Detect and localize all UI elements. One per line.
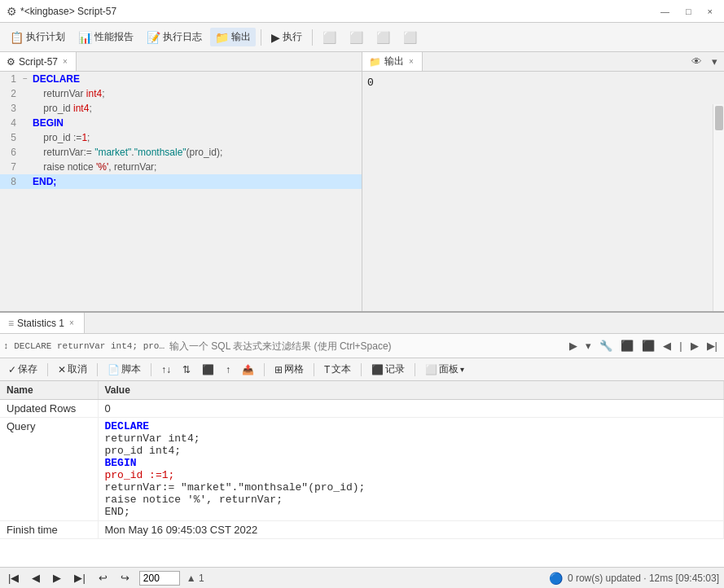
redo-button[interactable]: ↪ xyxy=(117,570,133,586)
cancel-action-label: 取消 xyxy=(68,362,87,376)
col-header-value: Value xyxy=(98,381,724,400)
filter-btn-2[interactable]: ⬛ xyxy=(617,338,637,353)
text-button[interactable]: T 文本 xyxy=(321,361,354,378)
nav-end-btn[interactable]: ▶| xyxy=(704,338,721,353)
record-button[interactable]: ⬛ 记录 xyxy=(368,361,408,378)
nav-next-page-button[interactable]: ▶ xyxy=(50,570,64,586)
perf-report-button[interactable]: 📊 性能报告 xyxy=(73,28,138,46)
nav-next-btn[interactable]: ▶ xyxy=(687,338,702,353)
line-expand-3 xyxy=(23,101,33,116)
execute-label: 执行 xyxy=(283,30,302,44)
script-action-button[interactable]: 📄 脚本 xyxy=(104,361,144,378)
rows-info-text: 0 row(s) updated · 12ms [09:45:03] xyxy=(568,573,719,584)
line-content-7: raise notice '%', returnVar; xyxy=(33,160,362,174)
editor-tab-close[interactable]: × xyxy=(61,56,69,67)
filter-btn-3[interactable]: ⬛ xyxy=(638,338,658,353)
panel-icon: ⬜ xyxy=(425,364,437,375)
statistics-panel: ≡ Statistics 1 × ↕ DECLARE returnVar int… xyxy=(0,311,724,588)
row-value-updated: 0 xyxy=(98,400,724,418)
action-div-6 xyxy=(361,363,362,376)
tool-btn-4[interactable]: ⬜ xyxy=(398,29,422,46)
panel-button[interactable]: ⬜ 面板 ▾ xyxy=(422,361,467,378)
stats-tab-close[interactable]: × xyxy=(68,318,76,328)
output-header: 📁 输出 × 👁 ▾ xyxy=(362,52,724,72)
perf-report-label: 性能报告 xyxy=(94,30,134,44)
filter-input[interactable] xyxy=(169,340,563,352)
output-label: 输出 xyxy=(231,30,251,44)
output-button[interactable]: 📁 输出 xyxy=(210,28,256,46)
query-line-1: returnVar int4; xyxy=(105,432,717,445)
nav-last-button[interactable]: ▶| xyxy=(71,570,88,586)
editor-tab[interactable]: ⚙ Script-57 × xyxy=(0,52,77,71)
script-icon: 📄 xyxy=(108,364,120,375)
save-check-icon: ✓ xyxy=(8,364,16,375)
status-right: 🔵 0 row(s) updated · 12ms [09:45:03] xyxy=(549,572,719,585)
exec-log-button[interactable]: 📝 执行日志 xyxy=(142,28,207,46)
statistics-tab[interactable]: ≡ Statistics 1 × xyxy=(0,313,85,333)
save-action-button[interactable]: ✓ 保存 xyxy=(5,361,41,378)
output-tab[interactable]: 📁 输出 × xyxy=(362,52,423,71)
grid-label: 网格 xyxy=(284,362,304,376)
tool-btn-3[interactable]: ⬜ xyxy=(371,29,395,46)
action-btn-arr2[interactable]: ⇅ xyxy=(179,362,194,377)
row-value-finish: Mon May 16 09:45:03 CST 2022 xyxy=(98,521,724,539)
line-expand-6 xyxy=(23,145,33,160)
table-row: Query DECLARE returnVar int4; pro_id int… xyxy=(0,418,724,521)
exec-plan-button[interactable]: 📋 执行计划 xyxy=(5,28,70,46)
run-filter-button[interactable]: ▶ xyxy=(566,338,581,353)
line-expand-8 xyxy=(23,174,33,189)
line-num-5: 5 xyxy=(0,130,23,145)
tool-btn-1[interactable]: ⬜ xyxy=(318,29,341,46)
output-tab-close[interactable]: × xyxy=(407,56,415,67)
filter-dropdown-button[interactable]: ▾ xyxy=(582,338,595,353)
filter-btn-1[interactable]: 🔧 xyxy=(596,338,616,353)
code-line-7: 7 raise notice '%', returnVar; xyxy=(0,160,362,174)
undo-button[interactable]: ↩ xyxy=(95,570,111,586)
nav-prev-btn[interactable]: ◀ xyxy=(660,338,674,353)
action-btn-arr5[interactable]: 📤 xyxy=(239,362,257,377)
cancel-action-button[interactable]: ✕ 取消 xyxy=(55,361,90,378)
chevron-down-button[interactable]: ▾ xyxy=(709,54,721,69)
panel-label: 面板 xyxy=(439,362,459,376)
action-div-2 xyxy=(97,363,98,376)
output-controls: 👁 ▾ xyxy=(685,52,724,71)
tool-btn-2[interactable]: ⬜ xyxy=(344,29,368,46)
col-header-name: Name xyxy=(0,381,98,400)
action-btn-arr3[interactable]: ⬛ xyxy=(199,362,217,377)
action-div-1 xyxy=(47,363,48,376)
action-btn-arr4[interactable]: ↑ xyxy=(222,362,234,377)
row-value-query: DECLARE returnVar int4; pro_id int4; BEG… xyxy=(98,418,724,521)
cancel-icon: ✕ xyxy=(58,364,66,375)
output-scroll-thumb[interactable] xyxy=(715,106,723,130)
exec-log-icon: 📝 xyxy=(147,31,160,44)
code-line-3: 3 pro_id int4; xyxy=(0,101,362,116)
line-content-3: pro_id int4; xyxy=(33,101,362,116)
status-info-icon: 🔵 xyxy=(549,572,563,585)
arr2-icon: ⇅ xyxy=(182,364,191,375)
query-line-2: pro_id int4; xyxy=(105,445,717,457)
stats-tab-label: Statistics 1 xyxy=(17,318,64,329)
tool-icon-4: ⬜ xyxy=(403,31,417,44)
eye-button[interactable]: 👁 xyxy=(688,54,705,69)
maximize-button[interactable]: □ xyxy=(681,5,696,18)
execute-button[interactable]: ▶ 执行 xyxy=(266,28,307,46)
editor-tab-icon: ⚙ xyxy=(7,56,15,68)
minimize-button[interactable]: — xyxy=(656,5,674,18)
close-button[interactable]: × xyxy=(703,5,717,18)
line-num-4: 4 xyxy=(0,116,23,130)
exec-log-label: 执行日志 xyxy=(163,30,202,44)
table-row: Finish time Mon May 16 09:45:03 CST 2022 xyxy=(0,521,724,539)
record-label: 记录 xyxy=(385,362,405,376)
line-content-4: BEGIN xyxy=(33,116,362,130)
code-line-5: 5 pro_id :=1; xyxy=(0,130,362,145)
title-bar: ⚙ *<kingbase> Script-57 — □ × xyxy=(0,0,724,23)
output-vscroll[interactable] xyxy=(713,104,724,311)
action-btn-arr1[interactable]: ↑↓ xyxy=(158,362,174,377)
page-size-input[interactable] xyxy=(139,571,180,586)
execute-icon: ▶ xyxy=(271,31,280,44)
nav-prev-page-button[interactable]: ◀ xyxy=(29,570,43,586)
script-action-label: 脚本 xyxy=(121,362,141,376)
line-num-6: 6 xyxy=(0,145,23,160)
grid-button[interactable]: ⊞ 网格 xyxy=(271,361,307,378)
nav-first-button[interactable]: |◀ xyxy=(5,570,22,586)
